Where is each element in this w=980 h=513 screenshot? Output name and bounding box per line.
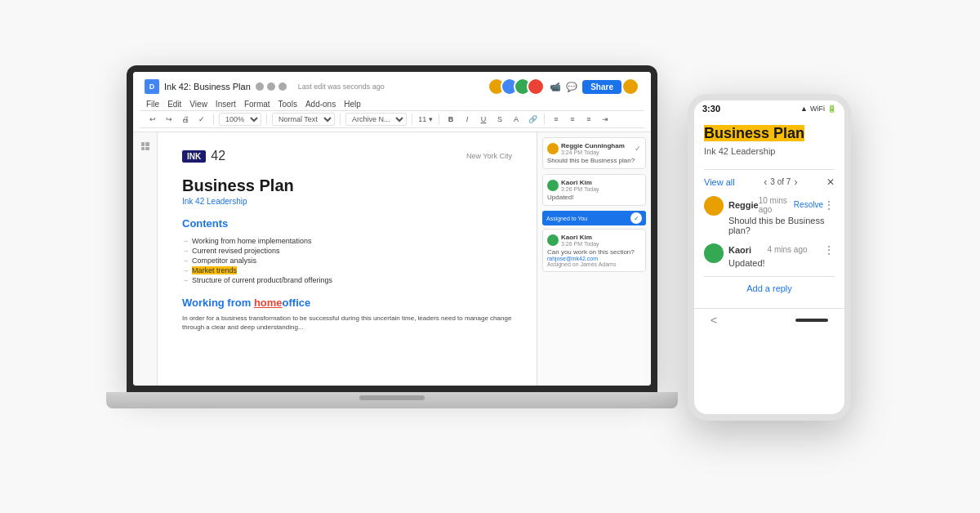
align-center[interactable]: ≡ <box>566 113 579 126</box>
align-left[interactable]: ≡ <box>550 113 563 126</box>
docs-icon: D <box>145 79 159 94</box>
menu-tools[interactable]: Tools <box>278 100 297 109</box>
phone-comment-item: Reggie 10 mins ago Resolve ⋮ Should this… <box>704 196 835 235</box>
menu-format[interactable]: Format <box>244 100 270 109</box>
list-item: Current revised projections <box>182 246 512 256</box>
battery-icon: 🔋 <box>827 105 836 113</box>
commenter-avatar <box>547 180 559 191</box>
assigned-badge: Assigned to You ✓ <box>542 211 646 225</box>
list-item: Market trends <box>182 265 512 275</box>
assigned-to: Assigned on James Adams <box>547 261 641 267</box>
comment-link[interactable]: rahjose@ink42.com <box>547 256 641 261</box>
comment-text: Should this be Business plan? <box>547 157 641 164</box>
comment-time: 3:26 PM Today <box>561 186 599 192</box>
view-all-link[interactable]: View all <box>704 177 735 187</box>
phone-bottom-bar: < <box>694 308 844 332</box>
more-options-icon[interactable]: ⋮ <box>823 243 835 256</box>
close-comments-button[interactable]: ✕ <box>826 176 835 188</box>
video-icon[interactable]: 📹 <box>550 82 561 92</box>
phone-comment-header: View all ‹ 3 of 7 › ✕ <box>704 176 835 188</box>
font-select[interactable]: Archive N... <box>345 113 407 126</box>
prev-page[interactable]: ‹ <box>764 176 767 188</box>
menu-view[interactable]: View <box>189 100 207 109</box>
sidebar-grid-icon <box>141 142 149 150</box>
docs-right-actions: 📹 💬 Share <box>488 78 639 96</box>
comment-item: Reggie Cunningham 3:24 PM Today ✓ Should… <box>542 137 646 169</box>
redo-btn[interactable]: ↪ <box>163 113 176 126</box>
ink-badge: INK <box>182 150 206 163</box>
phone-doc-content: Business Plan Ink 42 Leadership View all… <box>694 117 844 308</box>
commenter-avatar <box>547 143 559 154</box>
indent-btn[interactable]: ⇥ <box>599 113 612 126</box>
comment-text: Can you work on this section? <box>547 248 641 256</box>
laptop-screen-inner: D Ink 42: Business Plan Last edit was se… <box>133 72 651 386</box>
divider <box>340 114 341 125</box>
user-avatar[interactable] <box>621 78 639 96</box>
comment-icon[interactable]: 💬 <box>566 82 577 92</box>
format-bar: ↩ ↪ 🖨 ✓ 100% Normal Text <box>140 110 644 128</box>
underline-text: home <box>254 297 283 309</box>
italic-btn[interactable]: I <box>461 113 474 126</box>
assigned-label: Assigned to You <box>546 216 587 221</box>
last-edit: Last edit was seconds ago <box>298 83 385 91</box>
print-btn[interactable]: 🖨 <box>179 113 192 126</box>
menu-help[interactable]: Help <box>344 100 361 109</box>
phone-comments: View all ‹ 3 of 7 › ✕ Reggie 10 mins ago <box>704 176 835 300</box>
resolve-button[interactable]: Resolve <box>794 200 823 209</box>
style-select[interactable]: Normal Text <box>272 113 335 126</box>
strikethrough-btn[interactable]: S <box>493 113 506 126</box>
share-button[interactable]: Share <box>582 80 621 94</box>
ink-header: INK 42 New York City <box>182 149 512 163</box>
phone-comment-name-row: Reggie 10 mins ago Resolve ⋮ <box>728 196 835 214</box>
text-color-btn[interactable]: A <box>510 113 523 126</box>
laptop: D Ink 42: Business Plan Last edit was se… <box>127 65 657 417</box>
comment-thread: Reggie Cunningham 3:24 PM Today ✓ Should… <box>537 132 651 282</box>
phone-time: 3:30 <box>702 104 720 114</box>
contents-list: Working from home implementations Curren… <box>182 236 512 285</box>
phone-divider <box>704 169 835 170</box>
next-page[interactable]: › <box>794 176 797 188</box>
undo-btn[interactable]: ↩ <box>146 113 159 126</box>
ink-logo: INK 42 <box>182 149 225 163</box>
menu-edit[interactable]: Edit <box>167 100 181 109</box>
menu-bar: File Edit View Insert Format Tools Add-o… <box>140 98 644 110</box>
phone-comment-name-row: Kaori 4 mins ago ⋮ <box>728 243 835 256</box>
phone-pagination: ‹ 3 of 7 › <box>764 176 797 188</box>
font-size[interactable]: 11 ▾ <box>417 113 434 126</box>
phone-comment-body: Reggie 10 mins ago Resolve ⋮ Should this… <box>728 196 835 235</box>
align-right[interactable]: ≡ <box>582 113 595 126</box>
more-options-icon[interactable]: ⋮ <box>823 199 835 212</box>
comment-header: Kaori Kim 3:26 PM Today <box>547 234 641 247</box>
menu-file[interactable]: File <box>146 100 159 109</box>
doc-subtitle: Ink 42 Leadership <box>182 197 512 206</box>
comment-header: Reggie Cunningham 3:24 PM Today ✓ <box>547 142 641 155</box>
comment-header: Kaori Kim 3:26 PM Today <box>547 179 641 192</box>
menu-insert[interactable]: Insert <box>216 100 236 109</box>
spellcheck-btn[interactable]: ✓ <box>195 113 208 126</box>
docs-title-bar: D Ink 42: Business Plan Last edit was se… <box>133 72 651 132</box>
bold-btn[interactable]: B <box>444 113 457 126</box>
commenter-avatar <box>547 234 559 246</box>
doc-main: INK 42 New York City Business Plan Ink 4… <box>158 132 537 386</box>
home-indicator[interactable] <box>795 319 828 322</box>
comment-time: 3:26 PM Today <box>561 241 599 247</box>
ink-location: New York City <box>466 152 512 160</box>
avatar <box>527 78 545 96</box>
phone-title-text: Business Plan <box>704 125 804 141</box>
page-number: 3 of 7 <box>770 177 791 186</box>
menu-addons[interactable]: Add-ons <box>305 100 336 109</box>
list-item: Structure of current product/brand offer… <box>182 275 512 285</box>
link-btn[interactable]: 🔗 <box>526 113 539 126</box>
phone-commenter-name: Reggie <box>728 200 759 210</box>
phone: 3:30 ▲ WiFi 🔋 Business Plan Ink 42 Leade… <box>688 94 851 421</box>
signal-icon: ▲ <box>800 105 808 113</box>
assigned-check[interactable]: ✓ <box>630 212 642 224</box>
add-reply-button[interactable]: Add a reply <box>704 276 835 300</box>
scene: D Ink 42: Business Plan Last edit was se… <box>0 0 980 513</box>
list-item: Working from home implementations <box>182 236 512 246</box>
zoom-select[interactable]: 100% <box>219 113 261 126</box>
commenter-name: Kaori Kim <box>561 234 599 241</box>
back-arrow[interactable]: < <box>710 314 717 327</box>
underline-btn[interactable]: U <box>477 113 490 126</box>
commenter-name: Kaori Kim <box>561 179 599 186</box>
